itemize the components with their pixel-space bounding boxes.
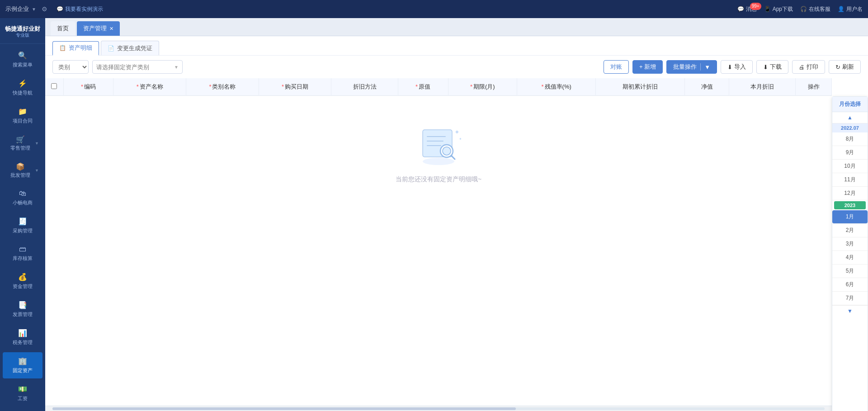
settings-icon[interactable]: ⚙ <box>42 5 47 13</box>
month-panel: 月份选择 ▲ 2022.07 8月 9月 10月 11月 12月 2023 1月… <box>832 96 868 411</box>
month-item-1[interactable]: 1月 <box>832 210 868 224</box>
company-chevron-icon: ▼ <box>32 7 36 12</box>
app-download-icon: 📱 <box>764 6 771 12</box>
download-button[interactable]: ⬇ 下载 <box>756 60 788 74</box>
month-item-8[interactable]: 8月 <box>832 132 868 146</box>
sidebar-item-retail[interactable]: 🛒 零售管理 ▼ <box>3 131 42 156</box>
fixed-asset-icon: 🏢 <box>18 357 27 365</box>
month-item-3[interactable]: 3月 <box>832 237 868 251</box>
svg-text:✦: ✦ <box>459 137 462 141</box>
refresh-icon: ↻ <box>835 64 840 71</box>
project-icon: 📁 <box>18 107 27 116</box>
sub-tab-asset-detail[interactable]: 📋 资产明细 <box>52 41 99 56</box>
month-item-5[interactable]: 5月 <box>832 265 868 278</box>
online-service-button[interactable]: 🎧 在线客服 <box>800 5 830 13</box>
sub-tab-asset-detail-label: 资产明细 <box>69 44 92 52</box>
sidebar-item-purchase[interactable]: 🧾 采购管理 <box>3 213 42 239</box>
demo-icon: 💬 <box>57 6 63 12</box>
select-all-checkbox[interactable] <box>51 83 57 89</box>
refresh-button[interactable]: ↻ 刷新 <box>829 60 861 74</box>
print-button[interactable]: 🖨 打印 <box>792 60 825 74</box>
month-item-12[interactable]: 12月 <box>832 187 868 200</box>
asset-detail-tab-icon: 📋 <box>59 45 66 51</box>
demo-link[interactable]: 💬 我要看实例演示 <box>57 5 103 13</box>
page-content: 📋 资产明细 📄 变更生成凭证 类别 ▼ <box>45 36 868 411</box>
online-service-label: 在线客服 <box>809 5 830 13</box>
reconcile-button[interactable]: 对账 <box>604 60 629 74</box>
toolbar: 类别 ▼ 对账 + 新增 批量操作 <box>45 56 868 78</box>
sidebar: 畅捷通好业财 专业版 🔍 搜索菜单 ⚡ 快捷导航 📁 项目合同 🛒 零售管理 ▼… <box>0 18 45 411</box>
sidebar-item-ecommerce[interactable]: 🛍 小畅电商 <box>3 185 42 211</box>
month-next-button[interactable]: ▼ <box>845 307 854 316</box>
col-residual-rate: *残值率(%) <box>517 78 595 96</box>
batch-label: 批量操作 <box>673 63 697 71</box>
category-input-wrap[interactable]: ▼ <box>92 60 183 74</box>
col-original-value: *原值 <box>398 78 448 96</box>
month-panel-header: 月份选择 <box>832 97 868 112</box>
sidebar-item-project-label: 项目合同 <box>13 118 33 124</box>
tab-asset-mgmt-label: 资产管理 <box>83 24 107 33</box>
month-item-2[interactable]: 2月 <box>832 224 868 237</box>
col-category: *类别名称 <box>186 78 259 96</box>
sidebar-item-purchase-label: 采购管理 <box>13 227 33 234</box>
sub-tab-change-voucher[interactable]: 📄 变更生成凭证 <box>101 41 159 55</box>
download-icon: ⬇ <box>763 64 768 71</box>
category-filter-select[interactable]: 类别 <box>52 60 89 74</box>
sidebar-item-wholesale[interactable]: 📦 批发管理 ▼ <box>3 158 42 183</box>
user-info[interactable]: 👤 用户名 <box>838 5 863 13</box>
app-subtitle: 专业版 <box>4 33 42 38</box>
main-content: *编码 *资产名称 *类别名称 *购买日期 折旧方法 *原值 *期限(月) *残… <box>45 78 832 411</box>
message-button[interactable]: 💬 消息 99+ <box>737 5 757 13</box>
month-item-6[interactable]: 6月 <box>832 278 868 292</box>
company-selector[interactable]: 示例企业 ▼ <box>5 5 36 13</box>
download-label: 下载 <box>770 63 782 71</box>
sidebar-item-inventory[interactable]: 🗃 库存核算 <box>3 241 42 266</box>
sidebar-item-tax[interactable]: 📊 税务管理 <box>3 324 42 350</box>
sidebar-item-retail-label: 零售管理 <box>10 145 30 151</box>
month-item-11[interactable]: 11月 <box>832 173 868 187</box>
toolbar-right: 对账 + 新增 批量操作 ▼ ⬇ 导入 ⬇ <box>604 60 861 74</box>
app-title: 畅捷通好业财 <box>4 25 42 33</box>
col-accumulated-depreciation: 期初累计折旧 <box>596 78 685 96</box>
month-item-7[interactable]: 7月 <box>832 292 868 305</box>
tab-bar: 首页 资产管理 ✕ <box>45 18 868 36</box>
category-search-input[interactable] <box>96 64 172 71</box>
bottom-scrollbar[interactable] <box>45 406 832 411</box>
top-bar-right: 💬 消息 99+ 📱 App下载 🎧 在线客服 👤 用户名 <box>737 5 863 13</box>
col-net-value: 净值 <box>685 78 729 96</box>
month-item-4[interactable]: 4月 <box>832 251 868 265</box>
import-button[interactable]: ⬇ 导入 <box>721 60 753 74</box>
tab-home[interactable]: 首页 <box>51 21 75 36</box>
col-period-months: *期限(月) <box>448 78 517 96</box>
sidebar-item-invoice[interactable]: 📑 发票管理 <box>3 296 42 322</box>
sub-tab-change-voucher-label: 变更生成凭证 <box>117 44 152 52</box>
month-prev-button[interactable]: ▲ <box>845 113 854 122</box>
add-label: + 新增 <box>639 63 656 71</box>
sidebar-item-management[interactable]: 📈 经营管理 <box>3 408 42 411</box>
sidebar-item-invoice-label: 发票管理 <box>13 311 33 318</box>
wholesale-arrow-icon: ▼ <box>35 168 39 173</box>
sidebar-item-payroll[interactable]: 💵 工资 <box>3 380 42 406</box>
finance-icon: 💰 <box>18 273 27 281</box>
sidebar-item-finance-label: 资金管理 <box>13 283 33 290</box>
app-download-button[interactable]: 📱 App下载 <box>764 5 793 13</box>
message-badge: 99+ <box>750 3 761 10</box>
refresh-label: 刷新 <box>842 63 854 71</box>
month-item-9[interactable]: 9月 <box>832 146 868 160</box>
sidebar-item-tax-label: 税务管理 <box>13 339 33 346</box>
scroll-thumb <box>52 407 516 410</box>
table-wrap[interactable]: *编码 *资产名称 *类别名称 *购买日期 折旧方法 *原值 *期限(月) *残… <box>45 78 832 406</box>
sidebar-item-project[interactable]: 📁 项目合同 <box>3 103 42 129</box>
tab-close-icon[interactable]: ✕ <box>109 26 113 32</box>
company-name: 示例企业 <box>5 5 29 13</box>
headset-icon: 🎧 <box>800 6 807 12</box>
tab-asset-mgmt[interactable]: 资产管理 ✕ <box>77 21 120 36</box>
sidebar-item-shortcut[interactable]: ⚡ 快捷导航 <box>3 75 42 101</box>
sidebar-item-search[interactable]: 🔍 搜索菜单 <box>3 47 42 73</box>
batch-button[interactable]: 批量操作 ▼ <box>666 60 717 74</box>
add-button[interactable]: + 新增 <box>632 60 663 74</box>
sidebar-item-fixed-asset[interactable]: 🏢 固定资产 <box>3 352 42 378</box>
sidebar-item-finance[interactable]: 💰 资金管理 <box>3 268 42 294</box>
month-item-10[interactable]: 10月 <box>832 160 868 173</box>
category-chevron-icon: ▼ <box>174 65 179 70</box>
